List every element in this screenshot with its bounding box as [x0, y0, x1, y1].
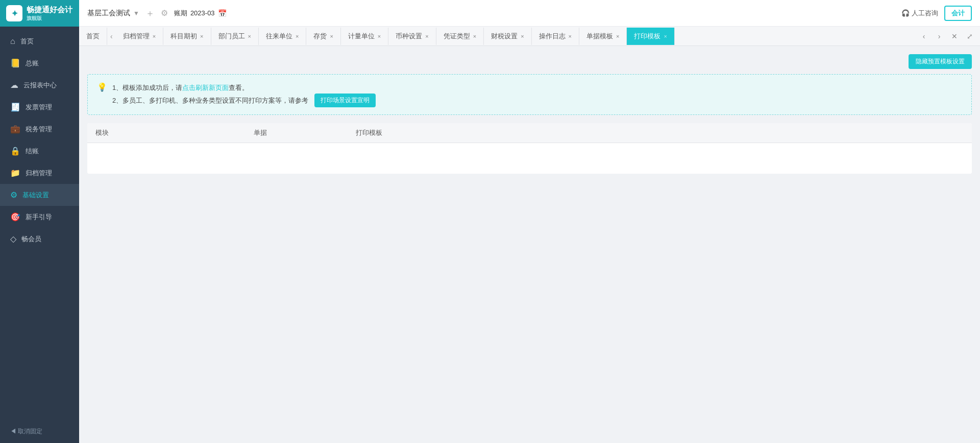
sidebar-unpin[interactable]: ◀ 取消固定 — [0, 420, 79, 443]
info-line1-suffix: 查看。 — [229, 84, 249, 91]
tab-label-archive: 归档管理 — [123, 32, 150, 41]
period-value: 2023-03 — [190, 9, 215, 17]
ledger-icon: 📒 — [10, 58, 20, 68]
tab-close-dept[interactable]: × — [248, 33, 251, 39]
table-body — [87, 143, 972, 174]
company-name: 基层工会测试 — [87, 9, 130, 18]
tab-close-print-template[interactable]: × — [664, 33, 667, 39]
sidebar-label-archive: 归档管理 — [26, 169, 52, 178]
topbar-right: 🎧 人工咨询 会计 — [901, 6, 972, 21]
sidebar-item-archive[interactable]: 📁归档管理 — [0, 162, 79, 184]
content-area: 隐藏预置模板设置 💡 1、模板添加成功后，请点击刷新新页面查看。 2、多员工、多… — [79, 46, 980, 443]
sidebar-logo: ✦ 畅捷通好会计 旗舰版 — [0, 0, 79, 27]
tab-close-unit[interactable]: × — [378, 33, 381, 39]
settings-button[interactable]: ⚙ — [161, 8, 168, 18]
tab-label-single-template: 单据模板 — [586, 32, 613, 41]
col-template: 打印模板 — [348, 123, 972, 143]
period-selector[interactable]: 账期 2023-03 📅 — [174, 9, 227, 18]
tab-close-current[interactable]: ✕ — [947, 29, 962, 43]
col-voucher: 单据 — [246, 123, 348, 143]
tab-scroll-right[interactable]: › — [932, 29, 946, 43]
info-box: 💡 1、模板添加成功后，请点击刷新新页面查看。 2、多员工、多打印机、多种业务类… — [87, 74, 972, 115]
tab-voucher-type[interactable]: 凭证类型× — [436, 28, 484, 45]
sidebar-item-report[interactable]: ☁云报表中心 — [0, 74, 79, 96]
sidebar-label-tax: 税务管理 — [26, 125, 52, 134]
report-icon: ☁ — [10, 80, 18, 90]
sidebar-item-invoice[interactable]: 🧾发票管理 — [0, 96, 79, 118]
info-line2: 2、多员工、多打印机、多种业务类型设置不同打印方案等，请参考 — [112, 95, 308, 106]
tab-close-vendor[interactable]: × — [296, 33, 299, 39]
tab-currency[interactable]: 币种设置× — [388, 28, 436, 45]
tab-operation-log[interactable]: 操作日志× — [532, 28, 579, 45]
sidebar-item-member[interactable]: ◇畅会员 — [0, 228, 79, 250]
sidebar-label-ledger: 总账 — [26, 59, 39, 68]
tab-close-archive[interactable]: × — [153, 33, 156, 39]
guide-icon: 🎯 — [10, 212, 20, 222]
tab-close-currency[interactable]: × — [425, 33, 428, 39]
tab-close-inventory[interactable]: × — [330, 33, 333, 39]
member-icon: ◇ — [10, 234, 16, 244]
tab-tax-settings[interactable]: 财税设置× — [484, 28, 531, 45]
tab-nav-left[interactable]: ‹ — [107, 32, 116, 40]
sidebar-label-home: 首页 — [20, 37, 34, 46]
explain-button[interactable]: 打印场景设置宣明 — [314, 94, 376, 107]
app-edition: 旗舰版 — [27, 15, 72, 22]
sidebar-label-closing: 结账 — [26, 147, 39, 156]
hide-template-button[interactable]: 隐藏预置模板设置 — [909, 54, 972, 69]
tab-label-vendor: 往来单位 — [266, 32, 292, 41]
tab-unit[interactable]: 计量单位× — [341, 28, 388, 45]
tab-close-subject[interactable]: × — [200, 33, 203, 39]
tab-inventory[interactable]: 存货× — [306, 28, 340, 45]
logo-icon: ✦ — [6, 5, 22, 21]
sidebar-item-closing[interactable]: 🔒结账 — [0, 140, 79, 162]
tab-label-operation-log: 操作日志 — [539, 32, 566, 41]
hide-template-container: 隐藏预置模板设置 — [87, 54, 972, 69]
main-area: 基层工会测试 ▼ ＋ ⚙ 账期 2023-03 📅 🎧 人工咨询 会计 首页 ‹… — [79, 0, 980, 443]
company-selector[interactable]: 基层工会测试 ▼ — [87, 9, 139, 18]
tab-close-tax-settings[interactable]: × — [521, 33, 524, 39]
tab-home[interactable]: 首页 — [79, 28, 107, 45]
settings-icon: ⚙ — [10, 190, 17, 200]
tab-dept[interactable]: 部门员工× — [211, 28, 259, 45]
topbar: 基层工会测试 ▼ ＋ ⚙ 账期 2023-03 📅 🎧 人工咨询 会计 — [79, 0, 980, 27]
tab-close-operation-log[interactable]: × — [569, 33, 572, 39]
tab-label-tax-settings: 财税设置 — [491, 32, 518, 41]
tabbar-actions: ‹ › ✕ ⤢ — [914, 29, 980, 43]
sidebar-item-tax[interactable]: 💼税务管理 — [0, 118, 79, 140]
tab-archive[interactable]: 归档管理× — [116, 28, 163, 45]
tab-label-voucher-type: 凭证类型 — [444, 32, 470, 41]
sidebar-item-guide[interactable]: 🎯新手引导 — [0, 206, 79, 228]
info-link[interactable]: 点击刷新新页面 — [182, 84, 229, 91]
sidebar-item-settings[interactable]: ⚙基础设置 — [0, 184, 79, 206]
calendar-icon: 📅 — [218, 9, 227, 17]
add-tab-button[interactable]: ＋ — [145, 7, 155, 19]
sidebar-label-settings: 基础设置 — [22, 191, 49, 200]
sidebar-label-member: 畅会员 — [21, 235, 41, 244]
sidebar-label-report: 云报表中心 — [23, 81, 57, 90]
kuaiji-button[interactable]: 会计 — [944, 6, 972, 21]
sidebar-item-home[interactable]: ⌂首页 — [0, 31, 79, 52]
sidebar-item-ledger[interactable]: 📒总账 — [0, 52, 79, 74]
tab-close-single-template[interactable]: × — [616, 33, 619, 39]
support-button[interactable]: 🎧 人工咨询 — [901, 9, 938, 18]
support-label: 人工咨询 — [912, 9, 938, 18]
tab-fullscreen[interactable]: ⤢ — [963, 29, 977, 43]
sidebar: ✦ 畅捷通好会计 旗舰版 ⌂首页📒总账☁云报表中心🧾发票管理💼税务管理🔒结账📁归… — [0, 0, 79, 443]
tab-print-template[interactable]: 打印模板× — [627, 28, 674, 45]
tab-vendor[interactable]: 往来单位× — [259, 28, 306, 45]
tab-close-voucher-type[interactable]: × — [473, 33, 476, 39]
tab-single-template[interactable]: 单据模板× — [579, 28, 627, 45]
tab-scroll-left[interactable]: ‹ — [917, 29, 931, 43]
info-text: 1、模板添加成功后，请点击刷新新页面查看。 2、多员工、多打印机、多种业务类型设… — [112, 82, 376, 107]
tax-icon: 💼 — [10, 124, 20, 134]
archive-icon: 📁 — [10, 168, 20, 178]
home-icon: ⌂ — [10, 37, 15, 46]
tab-label-currency: 币种设置 — [396, 32, 422, 41]
tab-label-dept: 部门员工 — [218, 32, 245, 41]
tabbar: 首页 ‹ 归档管理×科目期初×部门员工×往来单位×存货×计量单位×币种设置×凭证… — [79, 27, 980, 46]
closing-icon: 🔒 — [10, 146, 20, 156]
tab-subject[interactable]: 科目期初× — [163, 28, 211, 45]
bulb-icon: 💡 — [97, 82, 107, 92]
company-dropdown-arrow: ▼ — [133, 10, 139, 17]
kuaiji-label: 会计 — [951, 9, 965, 17]
